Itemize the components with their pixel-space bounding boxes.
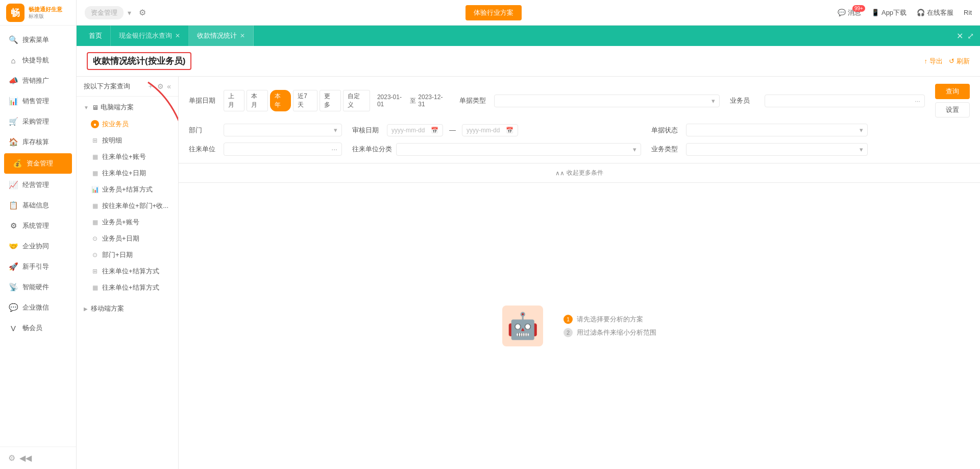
sidebar-item-basic[interactable]: 📋 基础信息: [0, 195, 76, 216]
scheme-item-by-dept[interactable]: ▦ 按往来单位+部门+收...: [77, 198, 178, 214]
scheme-item-counterpart-settlement1[interactable]: ⊞ 往来单位+结算方式: [77, 263, 178, 279]
tab-bank-flow[interactable]: 现金银行流水查询 ✕: [111, 26, 189, 46]
date-tab-custom[interactable]: 自定义: [343, 90, 370, 111]
sidebar-item-hardware[interactable]: 📡 智能硬件: [0, 277, 76, 297]
dept-select[interactable]: ▾: [224, 124, 342, 136]
home-icon: ⌂: [8, 55, 18, 65]
sidebar-item-system-label: 系统管理: [22, 221, 49, 230]
sidebar-item-basic-label: 基础信息: [22, 201, 49, 210]
scheme-item-by-staff[interactable]: ● 按业务员: [77, 116, 178, 132]
collapse-panel-icon[interactable]: «: [167, 82, 171, 90]
topbar-arrow-icon[interactable]: ▾: [128, 9, 131, 17]
scheme-item-staff-account[interactable]: ▦ 业务员+账号: [77, 214, 178, 230]
audit-date-to[interactable]: yyyy-mm-dd 📅: [462, 124, 518, 136]
scheme-item-dept-date[interactable]: ⊙ 部门+日期: [77, 247, 178, 263]
right-panel: 单据日期 上月 本月 本年 近7天 更多 自定义: [179, 77, 980, 469]
sidebar-item-search-label: 搜索菜单: [22, 35, 49, 44]
message-button[interactable]: 💬 消息 99+: [838, 8, 861, 17]
sidebar-item-corp[interactable]: 🤝 企业协同: [0, 236, 76, 256]
collapse-filter-bar[interactable]: ∧∧ 收起更多条件: [179, 163, 980, 183]
tab-receipt-stats-close[interactable]: ✕: [240, 32, 245, 39]
sidebar-item-inventory[interactable]: 🏠 库存核算: [0, 132, 76, 152]
filter-counterpart-item: 往来单位 ···: [189, 143, 342, 156]
app-download-button[interactable]: 📱 App下载: [871, 8, 906, 17]
scheme-settings-icon[interactable]: ⚙: [157, 82, 164, 90]
scheme-item-staff-date[interactable]: ⊙ 业务员+日期: [77, 230, 178, 247]
finance-icon: 💰: [12, 158, 22, 169]
biz-type-select[interactable]: ▾: [686, 143, 868, 156]
tab-close-all-button[interactable]: ✕: [957, 31, 963, 41]
query-button[interactable]: 查询: [935, 84, 970, 99]
counterpart-date-icon: ▦: [91, 169, 99, 177]
sidebar-item-purchase[interactable]: 🛒 采购管理: [0, 111, 76, 132]
add-scheme-icon[interactable]: ＋: [147, 82, 154, 91]
audit-date-from[interactable]: yyyy-mm-dd 📅: [387, 124, 443, 136]
staff-select[interactable]: ···: [765, 95, 925, 107]
topbar-center: 体验行业方案: [150, 5, 838, 20]
date-tab-this-year[interactable]: 本年: [270, 90, 291, 111]
desktop-group-header[interactable]: ▼ 🖥 电脑端方案: [77, 99, 178, 116]
voucher-status-label: 单据状态: [651, 126, 682, 135]
settings-button[interactable]: 设置: [935, 102, 970, 118]
voucher-type-select[interactable]: ▾: [494, 95, 720, 107]
hardware-icon: 📡: [8, 282, 18, 292]
counterpart-more-icon[interactable]: ···: [331, 145, 337, 153]
tab-receipt-stats[interactable]: 收款情况统计 ✕: [189, 26, 254, 46]
tabbar: 首页 现金银行流水查询 ✕ 收款情况统计 ✕ ✕ ⤢: [77, 26, 980, 46]
sidebar-item-finance-label: 资金管理: [27, 159, 53, 168]
scheme-item-counterpart-settlement2[interactable]: ▦ 往来单位+结算方式: [77, 279, 178, 296]
scheme-item-counterpart-account[interactable]: ▦ 往来单位+账号: [77, 149, 178, 165]
user-button[interactable]: Rit: [964, 9, 972, 16]
export-icon: ↑: [924, 57, 928, 65]
sidebar-item-operations[interactable]: 📈 经营管理: [0, 175, 76, 195]
logo-badge: 标准版: [29, 13, 62, 19]
page-title: 收款情况统计(按业务员): [93, 56, 185, 66]
date-tab-more[interactable]: 更多: [320, 90, 340, 111]
sidebar-item-search[interactable]: 🔍 搜索菜单: [0, 30, 76, 50]
date-control: 上月 本月 本年 近7天 更多 自定义 2023-01-01 至: [224, 90, 449, 111]
filter-area: 单据日期 上月 本月 本年 近7天 更多 自定义: [179, 77, 980, 163]
trial-button[interactable]: 体验行业方案: [465, 5, 522, 20]
export-button[interactable]: ↑ 导出: [924, 57, 943, 66]
content-body: 按以下方案查询 ＋ ⚙ «: [77, 77, 980, 469]
scheme-item-staff-settlement[interactable]: 📊 业务员+结算方式: [77, 181, 178, 198]
filter-biz-type-item: 业务类型 ▾: [651, 143, 868, 156]
tab-maximize-button[interactable]: ⤢: [967, 31, 974, 41]
date-tab-last-month[interactable]: 上月: [224, 90, 244, 111]
counterpart-cat-select[interactable]: ▾: [396, 143, 641, 156]
date-tab-7days[interactable]: 近7天: [293, 90, 317, 111]
date-separator: —: [447, 126, 458, 134]
sidebar-item-sales[interactable]: 📊 销售管理: [0, 91, 76, 111]
logo-text: 畅捷通好生意 标准版: [29, 6, 62, 19]
logo-icon: 畅: [6, 4, 24, 22]
empty-step-2: 2 用过滤条件来缩小分析范围: [564, 328, 656, 337]
sidebar-item-wechat[interactable]: 💬 企业微信: [0, 297, 76, 318]
message-badge: 99+: [852, 5, 865, 12]
online-service-button[interactable]: 🎧 在线客服: [917, 8, 953, 17]
settings-bottom-icon[interactable]: ⚙: [8, 453, 15, 463]
sidebar-item-finance[interactable]: 💰 资金管理: [4, 153, 72, 174]
sidebar-item-member[interactable]: V 畅会员: [0, 318, 76, 338]
sidebar-item-corp-label: 企业协同: [22, 242, 49, 251]
tab-home[interactable]: 首页: [81, 26, 111, 46]
topbar-gear-icon[interactable]: ⚙: [135, 6, 150, 20]
voucher-status-chevron: ▾: [860, 126, 863, 134]
step-1-text: 请先选择要分析的方案: [577, 315, 643, 324]
date-range-display: 2023-01-01 至 2023-12-31: [377, 93, 449, 108]
tab-bank-flow-close[interactable]: ✕: [175, 32, 180, 39]
cs2-icon: ▦: [91, 284, 99, 292]
counterpart-select[interactable]: ···: [224, 143, 342, 156]
counterpart-cat-label: 往来单位分类: [352, 145, 392, 154]
mobile-group-header[interactable]: ▶ 移动端方案: [77, 300, 178, 317]
refresh-button[interactable]: ↺ 刷新: [949, 57, 970, 66]
scheme-item-by-detail[interactable]: ⊞ 按明细: [77, 132, 178, 149]
filter-voucher-status-item: 单据状态 ▾: [651, 124, 868, 136]
sidebar-item-system[interactable]: ⚙ 系统管理: [0, 216, 76, 236]
sidebar-item-marketing[interactable]: 📣 营销推广: [0, 71, 76, 91]
collapse-sidebar-icon[interactable]: ◀◀: [19, 453, 32, 463]
sidebar-item-quicknav[interactable]: ⌂ 快捷导航: [0, 50, 76, 71]
voucher-status-select[interactable]: ▾: [686, 124, 868, 136]
scheme-item-counterpart-date[interactable]: ▦ 往来单位+日期: [77, 165, 178, 181]
date-tab-this-month[interactable]: 本月: [247, 90, 267, 111]
sidebar-item-guide[interactable]: 🚀 新手引导: [0, 256, 76, 277]
